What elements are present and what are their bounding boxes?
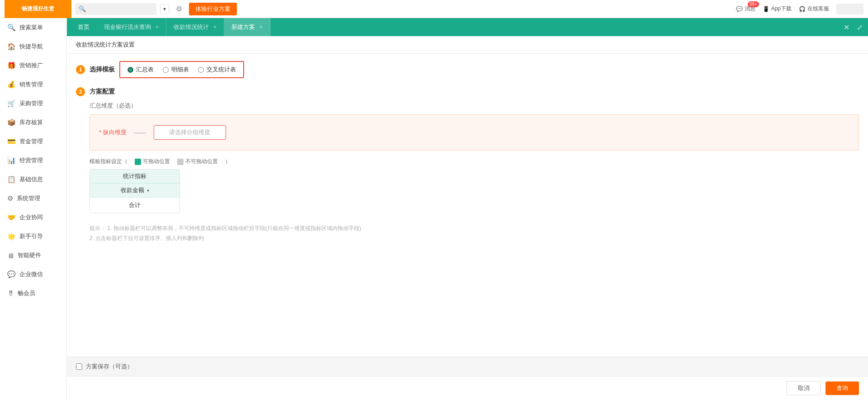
no-draggable-icon: [177, 159, 184, 165]
logo-text: 畅捷通好生意: [22, 5, 54, 13]
download-label: App下载: [771, 5, 792, 13]
template-options: 汇总表 明细表 交叉统计表: [119, 61, 244, 78]
sidebar-item-label: 采购管理: [19, 99, 43, 108]
money-icon: 💰: [7, 80, 16, 89]
download-button[interactable]: 📱 App下载: [763, 5, 792, 13]
card-icon: 💳: [7, 137, 16, 146]
dim-config: 汇总维度（必选） * 纵向维度 —— 请选择分组维度 模板指标设定（: [90, 102, 859, 243]
handshake-icon: 🤝: [7, 213, 16, 221]
sidebar-item-inventory[interactable]: 📦 库存核算: [0, 113, 66, 132]
sidebar-item-label: 畅会员: [18, 289, 35, 297]
page-body: 1 选择模板 汇总表 明细表: [67, 54, 868, 357]
sidebar-item-label: 系统管理: [17, 194, 40, 202]
download-icon: 📱: [763, 6, 769, 12]
radio-summary-label: 汇总表: [136, 66, 154, 74]
save-checkbox[interactable]: [76, 363, 82, 370]
sidebar-item-management[interactable]: 📊 经营管理: [0, 151, 66, 170]
step2-section: 2 方案配置 汇总维度（必选） * 纵向维度 —— 请选择分组维度: [76, 87, 859, 243]
gift-icon: 🎁: [7, 61, 16, 70]
sidebar-item-home[interactable]: 🏠 快捷导航: [0, 37, 66, 56]
tab-cashflow-close[interactable]: ×: [156, 24, 159, 30]
collection-amount-header[interactable]: 收款金额 ▾: [90, 184, 179, 198]
tab-bar-right: ✕ ⤢: [842, 21, 864, 33]
headset-icon: 🎧: [799, 6, 806, 12]
sidebar-item-system[interactable]: ⚙ 系统管理: [0, 189, 66, 208]
search-icon: 🔍: [79, 5, 86, 12]
search-bar[interactable]: 🔍: [75, 3, 156, 15]
page-content: 收款情况统计方案设置 1 选择模板 汇总表: [67, 36, 868, 376]
settings-button[interactable]: ⚙: [173, 3, 185, 15]
support-button[interactable]: 🎧 在线客服: [799, 5, 829, 13]
step1-title: 选择模板: [90, 66, 115, 74]
hint-1: 提示： 1. 拖动标题栏可以调整布局，不可跨维度或指标区域拖动栏目字段(只能在同…: [90, 224, 859, 234]
tab-collection-label: 收款情况统计: [174, 23, 209, 31]
radio-cross[interactable]: 交叉统计表: [198, 66, 236, 74]
user-avatar[interactable]: [836, 4, 863, 14]
sidebar-item-sales[interactable]: 💰 销售管理: [0, 75, 66, 94]
trial-button[interactable]: 体验行业方案: [189, 3, 237, 15]
hint-1-text: 提示： 1. 拖动标题栏可以调整布局，不可跨维度或指标区域拖动栏目字段(只能在同…: [90, 224, 361, 234]
sidebar-item-basic-info[interactable]: 📋 基础信息: [0, 170, 66, 189]
close-window-icon[interactable]: ✕: [842, 21, 851, 33]
home-icon: 🏠: [7, 42, 16, 51]
sidebar-item-search[interactable]: 🔍 搜索菜单: [0, 18, 66, 37]
sidebar-item-label: 企业微信: [19, 270, 43, 278]
radio-summary[interactable]: 汇总表: [127, 66, 154, 74]
no-draggable-indicator: 不可拖动位置: [177, 158, 218, 165]
dimension-area: * 纵向维度 —— 请选择分组维度: [90, 114, 859, 151]
monitor-icon: 🖥: [7, 252, 14, 259]
hint-2-text: 2. 点击标题栏下拉可设置排序、插入列和删除列: [90, 234, 204, 244]
radio-detail[interactable]: 明细表: [163, 66, 189, 74]
sidebar-item-hardware[interactable]: 🖥 智能硬件: [0, 246, 66, 265]
page-breadcrumb: 收款情况统计方案设置: [67, 36, 868, 54]
notification-button[interactable]: 💬 消息 99+: [736, 5, 755, 13]
expand-icon[interactable]: ⤢: [855, 21, 864, 33]
radio-detail-label: 明细表: [171, 66, 189, 74]
sidebar: 🔍 搜索菜单 🏠 快捷导航 🎁 营销推广 💰 销售管理 🛒 采购管理 📦 库存核…: [0, 18, 67, 400]
tab-cashflow[interactable]: 现金银行流水查询 ×: [97, 18, 166, 36]
tab-new-plan-label: 新建方案: [231, 23, 255, 31]
sidebar-item-label: 基础信息: [19, 175, 43, 184]
radio-cross-label: 交叉统计表: [207, 66, 236, 74]
sidebar-item-wechat[interactable]: 💬 企业微信: [0, 265, 66, 284]
sidebar-item-label: 企业协同: [19, 213, 43, 221]
step2-row: 2 方案配置: [76, 87, 859, 96]
tab-new-plan-close[interactable]: ×: [259, 24, 263, 30]
sidebar-item-vip[interactable]: 🎖 畅会员: [0, 284, 66, 303]
radio-summary-input[interactable]: [127, 67, 133, 73]
search-input[interactable]: [88, 6, 151, 12]
wechat-icon: 💬: [7, 270, 16, 278]
sidebar-item-collab[interactable]: 🤝 企业协同: [0, 208, 66, 227]
draggable-label: 可拖动位置: [143, 158, 170, 165]
tab-collection-close[interactable]: ×: [213, 24, 217, 30]
metrics-header-close: ）: [225, 158, 231, 165]
no-draggable-label: 不可拖动位置: [185, 158, 218, 165]
metrics-col-header[interactable]: 统计指标: [90, 169, 179, 184]
header-dropdown[interactable]: ▾: [160, 4, 169, 14]
tab-cashflow-label: 现金银行流水查询: [104, 23, 151, 31]
dim-select[interactable]: 请选择分组维度: [154, 125, 226, 140]
main-layout: 🔍 搜索菜单 🏠 快捷导航 🎁 营销推广 💰 销售管理 🛒 采购管理 📦 库存核…: [0, 18, 868, 400]
metrics-section-title: 统计指标: [123, 173, 146, 179]
box-icon: 📦: [7, 118, 16, 127]
metrics-col-row: 收款金额 ▾: [90, 184, 179, 198]
metrics-total-cell: 合计: [90, 198, 179, 213]
sidebar-item-finance[interactable]: 💳 资金管理: [0, 132, 66, 151]
sidebar-item-label: 资金管理: [19, 137, 43, 146]
sidebar-item-label: 快捷导航: [19, 42, 43, 51]
sidebar-item-marketing[interactable]: 🎁 营销推广: [0, 56, 66, 75]
tab-home[interactable]: 首页: [71, 23, 97, 31]
tab-collection[interactable]: 收款情况统计 ×: [166, 18, 224, 36]
dim-arrow: ——: [134, 129, 146, 136]
support-label: 在线客服: [807, 5, 829, 13]
radio-detail-input[interactable]: [163, 67, 169, 73]
cancel-button[interactable]: 取消: [787, 381, 821, 395]
sidebar-item-guide[interactable]: 🌟 新手引导: [0, 227, 66, 246]
gear-icon: ⚙: [7, 194, 13, 202]
breadcrumb-text: 收款情况统计方案设置: [76, 41, 135, 48]
sidebar-item-label: 库存核算: [19, 118, 43, 127]
radio-cross-input[interactable]: [198, 67, 204, 73]
sidebar-item-purchase[interactable]: 🛒 采购管理: [0, 94, 66, 113]
query-button[interactable]: 查询: [826, 381, 859, 395]
tab-new-plan[interactable]: 新建方案 ×: [224, 18, 270, 36]
